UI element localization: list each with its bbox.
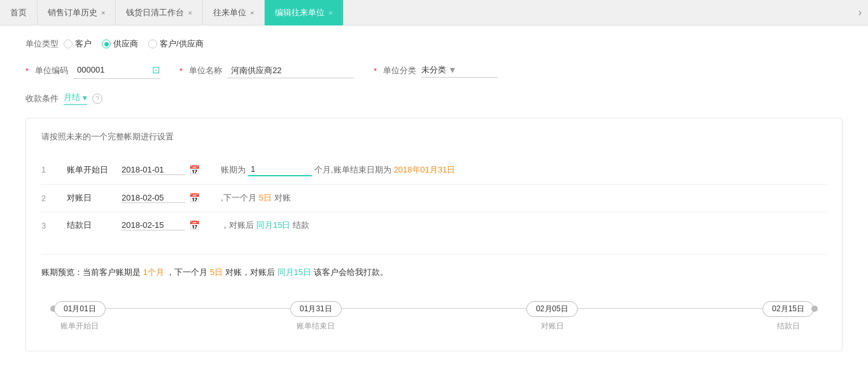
unit-category-required-star: * <box>374 66 377 76</box>
main-content: 单位类型 客户 供应商 客户/供应商 * 单位编码 <box>0 25 868 387</box>
preview-suffix: 该客户会给我打款。 <box>314 267 388 277</box>
unit-name-input[interactable] <box>227 63 354 78</box>
step-num-1: 1 <box>41 165 57 174</box>
timeline-line <box>60 308 808 309</box>
tab-sales-order-history-label: 销售订单历史 <box>48 7 97 18</box>
preview-highlight1: 1个月 <box>143 267 164 277</box>
tab-home[interactable]: 首页 <box>0 0 38 25</box>
timeline-node-4: 02月15日 <box>762 301 814 317</box>
step-num-2: 2 <box>41 194 57 203</box>
unit-category-group: * 单位分类 未分类 ▾ <box>374 64 498 78</box>
timeline-node-label-4: 结款日 <box>777 321 800 332</box>
step-date-3: 📅 <box>122 220 211 230</box>
timeline-node-2: 01月31日 <box>290 301 342 317</box>
step-label-3: 结款日 <box>67 220 111 231</box>
preview-highlight2: 5日 <box>210 267 223 277</box>
radio-both-label: 客户/供应商 <box>160 38 204 50</box>
step-desc-2: ,下一个月 5日 对账 <box>221 192 291 204</box>
timeline-container: 01月01日 账单开始日 01月31日 账单结束日 02 <box>41 295 827 338</box>
unit-type-radio-group: 客户 供应商 客户/供应商 <box>64 38 204 50</box>
calendar-icon-3[interactable]: 📅 <box>189 220 200 230</box>
tab-scroll-arrow[interactable]: › <box>852 7 868 18</box>
step-row-2: 2 对账日 📅 ,下一个月 5日 对账 <box>41 185 827 212</box>
payment-terms-row: 收款条件 月结 ▾ ? <box>25 92 843 105</box>
step-date-input-3[interactable] <box>122 220 185 230</box>
step-desc-1: 账期为 个月,账单结束日期为 2018年01月31日 <box>221 163 455 176</box>
step-row-3: 3 结款日 📅 ，对账后 同月15日 结款 <box>41 212 827 239</box>
step-desc-suffix-2: 对账 <box>274 192 291 204</box>
step-date-2: 📅 <box>122 193 211 203</box>
step-num-3: 3 <box>41 221 57 230</box>
close-tab-partner-units[interactable]: × <box>250 9 254 17</box>
unit-code-copy-icon[interactable]: ⊡ <box>152 64 160 76</box>
unit-info-row: * 单位编码 ⊡ * 单位名称 * 单位分类 未分类 ▾ <box>25 62 843 79</box>
unit-category-dropdown[interactable]: 未分类 ▾ <box>421 64 498 78</box>
timeline-node-label-2: 账单结束日 <box>297 321 335 332</box>
unit-type-group: 单位类型 客户 供应商 客户/供应商 <box>25 38 204 50</box>
steps-table: 1 账单开始日 📅 账期为 个月,账单结束日期为 2018年01月31日 2 对… <box>41 155 827 239</box>
payment-terms-dropdown-arrow: ▾ <box>83 93 87 102</box>
payment-terms-label: 收款条件 <box>25 93 59 104</box>
tab-partner-units[interactable]: 往来单位 × <box>203 0 265 25</box>
tab-cash-workbench[interactable]: 钱货日清工作台 × <box>116 0 202 25</box>
timeline-item-4: 02月15日 结款日 <box>762 301 814 332</box>
radio-supplier-circle <box>102 39 111 48</box>
unit-code-input[interactable] <box>73 62 150 77</box>
calendar-icon-1[interactable]: 📅 <box>189 165 200 175</box>
step-label-1: 账单开始日 <box>67 164 111 176</box>
step-desc-prefix-1: 账期为 <box>221 164 246 176</box>
unit-name-group: * 单位名称 <box>179 63 354 78</box>
radio-supplier[interactable]: 供应商 <box>102 38 138 50</box>
step-desc-suffix-1: 个月,账单结束日期为 <box>314 164 391 176</box>
radio-both[interactable]: 客户/供应商 <box>148 38 204 50</box>
step-desc-suffix-3: 结款 <box>293 220 309 231</box>
close-tab-edit-partner[interactable]: × <box>328 9 332 17</box>
tab-edit-partner[interactable]: 编辑往来单位 × <box>265 0 343 25</box>
step-date-input-1[interactable] <box>122 165 185 175</box>
unit-code-required-star: * <box>25 66 29 76</box>
payment-terms-help-icon[interactable]: ? <box>92 94 102 104</box>
step-label-2: 对账日 <box>67 192 111 204</box>
step-date-1: 📅 <box>122 165 211 175</box>
unit-code-group: * 单位编码 ⊡ <box>25 62 160 79</box>
unit-name-required-star: * <box>179 66 183 76</box>
preview-section: 账期预览：当前客户账期是 1个月 ，下一个月 5日 对账，对账后 同月15日 该… <box>41 254 827 338</box>
period-input[interactable] <box>248 163 312 176</box>
tab-sales-order-history[interactable]: 销售订单历史 × <box>38 0 116 25</box>
radio-customer[interactable]: 客户 <box>64 38 92 50</box>
preview-highlight3: 同月15日 <box>277 267 311 277</box>
timeline-node-3: 02月05日 <box>526 301 578 317</box>
tab-edit-partner-label: 编辑往来单位 <box>275 7 325 18</box>
timeline-items: 01月01日 账单开始日 01月31日 账单结束日 02 <box>41 301 827 332</box>
unit-name-label: 单位名称 <box>189 65 222 76</box>
unit-code-label: 单位编码 <box>35 65 68 76</box>
account-period-card: 请按照未来的一个完整帐期进行设置 1 账单开始日 📅 账期为 个月,账单结束日期… <box>25 118 843 351</box>
unit-category-value: 未分类 <box>421 64 446 76</box>
timeline-node-label-1: 账单开始日 <box>60 321 99 332</box>
unit-category-arrow: ▾ <box>450 64 455 76</box>
tabs-bar: 首页 销售订单历史 × 钱货日清工作台 × 往来单位 × 编辑往来单位 × › <box>0 0 868 25</box>
tab-cash-workbench-label: 钱货日清工作台 <box>126 7 184 18</box>
unit-type-label: 单位类型 <box>25 38 59 50</box>
close-tab-cash-workbench[interactable]: × <box>188 9 192 17</box>
tab-partner-units-label: 往来单位 <box>213 7 246 18</box>
step-end-date-highlight: 2018年01月31日 <box>394 164 456 176</box>
timeline-node-1: 01月01日 <box>54 301 106 317</box>
preview-prefix: 账期预览：当前客户账期是 <box>41 267 141 277</box>
close-tab-sales-order-history[interactable]: × <box>101 9 105 17</box>
calendar-icon-2[interactable]: 📅 <box>189 193 200 203</box>
preview-middle2: 对账，对账后 <box>225 267 275 277</box>
step-desc-prefix-3: ，对账后 <box>221 220 254 231</box>
timeline-node-label-3: 对账日 <box>541 321 564 332</box>
timeline-item-3: 02月05日 对账日 <box>526 301 578 332</box>
step-date-input-2[interactable] <box>122 193 185 203</box>
tab-home-label: 首页 <box>10 7 27 18</box>
unit-code-field: ⊡ <box>73 62 160 79</box>
step-desc-prefix-2: ,下一个月 <box>221 192 256 204</box>
payment-terms-dropdown[interactable]: 月结 ▾ <box>64 92 87 105</box>
preview-middle1: ，下一个月 <box>166 267 207 277</box>
payment-terms-group: 收款条件 月结 ▾ ? <box>25 92 102 105</box>
step-row-1: 1 账单开始日 📅 账期为 个月,账单结束日期为 2018年01月31日 <box>41 155 827 185</box>
preview-text: 账期预览：当前客户账期是 1个月 ，下一个月 5日 对账，对账后 同月15日 该… <box>41 265 827 279</box>
radio-both-circle <box>148 39 157 48</box>
